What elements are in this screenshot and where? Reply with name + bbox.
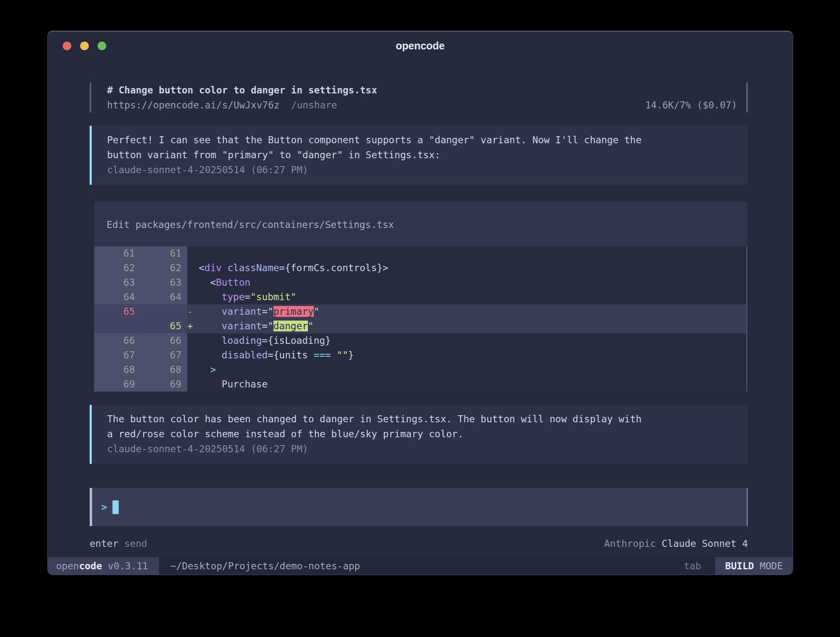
diff-gutter: 6666: [94, 333, 187, 348]
new-line-number: 65: [135, 319, 185, 333]
message-text-line: button variant from "primary" to "danger…: [107, 147, 738, 162]
old-line-number: 68: [94, 363, 135, 377]
diff-code-line: >: [187, 363, 746, 377]
message-model-meta: claude-sonnet-4-20250514 (06:27 PM): [107, 162, 738, 177]
diff-gutter: 6363: [94, 275, 187, 290]
diff-row: 6767 disabled={units === ""}: [94, 348, 746, 363]
old-line-number: 67: [94, 348, 135, 363]
diff-gutter: 6262: [94, 261, 187, 275]
new-line-number: 69: [135, 377, 185, 392]
diff-row: 6464 type="submit": [94, 290, 746, 304]
minimize-window-button[interactable]: [80, 42, 89, 50]
traffic-lights: [63, 32, 106, 60]
mode-name: BUILD: [725, 561, 754, 571]
app-version-chip: opencode v0.3.11: [48, 557, 159, 575]
old-line-number: 66: [94, 333, 135, 348]
diff-code-line: [187, 246, 746, 261]
assistant-message-1: Perfect! I can see that the Button compo…: [90, 126, 748, 185]
model-label: Claude Sonnet 4: [662, 536, 748, 551]
send-hint-label: send: [124, 536, 147, 551]
session-header: # Change button color to danger in setti…: [90, 83, 748, 113]
new-line-number: [135, 304, 185, 319]
zoom-window-button[interactable]: [98, 42, 106, 50]
text-cursor: [112, 500, 119, 514]
message-text-line: Perfect! I can see that the Button compo…: [107, 132, 738, 147]
close-window-button[interactable]: [63, 42, 71, 50]
diff-row: 6666 loading={isLoading}: [94, 333, 746, 348]
diff-rows: 61616262 <div className={formCs.controls…: [94, 246, 747, 392]
prompt-symbol: >: [101, 502, 107, 512]
old-line-number: 65: [94, 304, 135, 319]
diff-row: 6363 <Button: [94, 275, 746, 290]
new-line-number: 66: [135, 333, 185, 348]
edit-tool-title: Edit packages/frontend/src/containers/Se…: [94, 202, 747, 246]
app-window: opencode # Change button color to danger…: [47, 31, 793, 575]
provider-label: Anthropic: [604, 536, 656, 551]
prompt-input[interactable]: >: [90, 488, 748, 526]
diff-gutter: 6767: [94, 348, 187, 363]
working-directory: ~/Desktop/Projects/demo-notes-app: [171, 557, 360, 575]
message-text-line: The button color has been changed to dan…: [107, 412, 738, 426]
edit-tool-card: Edit packages/frontend/src/containers/Se…: [94, 202, 747, 392]
diff-code-line: <div className={formCs.controls}>: [187, 261, 746, 275]
diff-gutter: 6161: [94, 246, 187, 261]
message-text-line: a red/rose color scheme instead of the b…: [107, 426, 738, 441]
diff-gutter: 65: [94, 319, 187, 333]
old-line-number: [94, 319, 135, 333]
diff-row: 6161: [94, 246, 746, 261]
old-line-number: 61: [94, 246, 135, 261]
tab-key-hint[interactable]: tab: [684, 557, 713, 575]
diff-row: 65+ variant="danger": [94, 319, 746, 333]
diff-code-line: + variant="danger": [187, 319, 746, 333]
token-usage-stats: 14.6K/7% ($0.07): [645, 98, 737, 113]
unshare-command[interactable]: /unshare: [291, 98, 337, 113]
diff-code-line: type="submit": [187, 290, 746, 304]
share-url-link[interactable]: https://opencode.ai/s/UwJxv76z: [107, 98, 279, 113]
old-line-number: 62: [94, 261, 135, 275]
new-line-number: 61: [135, 246, 185, 261]
assistant-message-2: The button color has been changed to dan…: [90, 405, 748, 464]
new-line-number: 68: [135, 363, 185, 377]
hint-row: enter send Anthropic Claude Sonnet 4: [90, 536, 748, 551]
old-line-number: 69: [94, 377, 135, 392]
diff-row: 6969 Purchase: [94, 377, 746, 392]
session-title: # Change button color to danger in setti…: [107, 83, 377, 98]
diff-row: 6868 >: [94, 363, 746, 377]
new-line-number: 63: [135, 275, 185, 290]
new-line-number: 64: [135, 290, 185, 304]
main-content: # Change button color to danger in setti…: [48, 60, 793, 557]
app-name-code: code: [79, 561, 102, 571]
new-line-number: 62: [135, 261, 185, 275]
diff-code-line: disabled={units === ""}: [187, 348, 746, 363]
new-line-number: 67: [135, 348, 185, 363]
diff-code-line: loading={isLoading}: [187, 333, 746, 348]
diff-gutter: 6969: [94, 377, 187, 392]
mode-suffix: MODE: [760, 561, 783, 571]
diff-row: 65- variant="primary": [94, 304, 746, 319]
enter-key-hint: enter: [90, 536, 118, 551]
mode-chip[interactable]: BUILD MODE: [713, 557, 793, 575]
diff-row: 6262 <div className={formCs.controls}>: [94, 261, 746, 275]
diff-gutter: 6464: [94, 290, 187, 304]
diff-code-line: - variant="primary": [187, 304, 746, 319]
diff-gutter: 6868: [94, 363, 187, 377]
old-line-number: 63: [94, 275, 135, 290]
diff-code-line: Purchase: [187, 377, 746, 392]
message-model-meta: claude-sonnet-4-20250514 (06:27 PM): [107, 441, 738, 456]
old-line-number: 64: [94, 290, 135, 304]
app-name-open: open: [56, 561, 79, 571]
title-bar: opencode: [48, 32, 793, 60]
status-bar: opencode v0.3.11 ~/Desktop/Projects/demo…: [48, 557, 793, 575]
app-version: v0.3.11: [108, 561, 148, 571]
window-title: opencode: [396, 40, 444, 52]
diff-code-line: <Button: [187, 275, 746, 290]
diff-gutter: 65: [94, 304, 187, 319]
